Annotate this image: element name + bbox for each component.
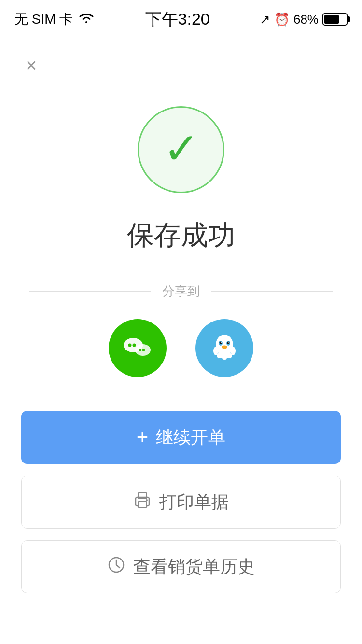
share-icons-row <box>109 319 253 377</box>
battery-icon <box>322 13 348 26</box>
svg-point-12 <box>228 342 229 343</box>
history-button[interactable]: 查看销货单历史 <box>21 540 341 593</box>
success-title: 保存成功 <box>127 217 235 254</box>
close-icon: × <box>26 56 37 75</box>
continue-icon: + <box>137 426 149 449</box>
close-area: × <box>0 39 362 87</box>
print-icon <box>133 491 152 514</box>
location-icon: ↗ <box>260 12 270 27</box>
close-button[interactable]: × <box>19 53 43 77</box>
print-label: 打印单据 <box>159 490 229 514</box>
svg-point-22 <box>146 499 148 501</box>
svg-point-5 <box>142 349 145 351</box>
svg-rect-18 <box>226 358 231 361</box>
checkmark-icon: ✓ <box>163 127 199 170</box>
history-label: 查看销货单历史 <box>133 555 255 579</box>
svg-point-14 <box>213 347 218 355</box>
alarm-icon: ⏰ <box>274 12 290 27</box>
divider-left <box>29 291 151 292</box>
history-icon <box>107 556 125 578</box>
svg-point-13 <box>222 346 227 349</box>
share-divider: 分享到 <box>0 283 362 300</box>
svg-point-4 <box>139 349 141 351</box>
svg-rect-20 <box>138 502 147 507</box>
svg-point-9 <box>221 342 222 343</box>
svg-point-2 <box>133 344 136 347</box>
share-qq-button[interactable] <box>195 319 253 377</box>
status-time: 下午3:20 <box>145 8 210 30</box>
battery-label: 68% <box>293 12 319 27</box>
status-right: ↗ ⏰ 68% <box>260 12 348 27</box>
divider-right <box>211 291 333 292</box>
svg-point-15 <box>231 347 236 355</box>
carrier-label: 无 SIM 卡 <box>14 10 73 28</box>
print-button[interactable]: 打印单据 <box>21 476 341 529</box>
continue-button[interactable]: + 继续开单 <box>21 411 341 464</box>
wifi-icon <box>78 12 95 28</box>
status-bar: 无 SIM 卡 下午3:20 ↗ ⏰ 68% <box>0 0 362 39</box>
share-label: 分享到 <box>151 283 211 300</box>
svg-point-11 <box>227 342 230 344</box>
continue-label: 继续开单 <box>156 426 225 449</box>
svg-rect-17 <box>218 358 223 361</box>
qq-logo-icon <box>208 331 241 365</box>
svg-point-1 <box>128 344 132 347</box>
action-buttons: + 继续开单 打印单据 查看销货单历史 <box>0 411 362 593</box>
wechat-logo-icon <box>121 334 154 363</box>
success-icon-circle: ✓ <box>138 106 224 193</box>
svg-point-8 <box>220 342 222 344</box>
status-left: 无 SIM 卡 <box>14 10 95 28</box>
share-wechat-button[interactable] <box>109 319 167 377</box>
main-content: ✓ 保存成功 分享到 <box>0 87 362 593</box>
